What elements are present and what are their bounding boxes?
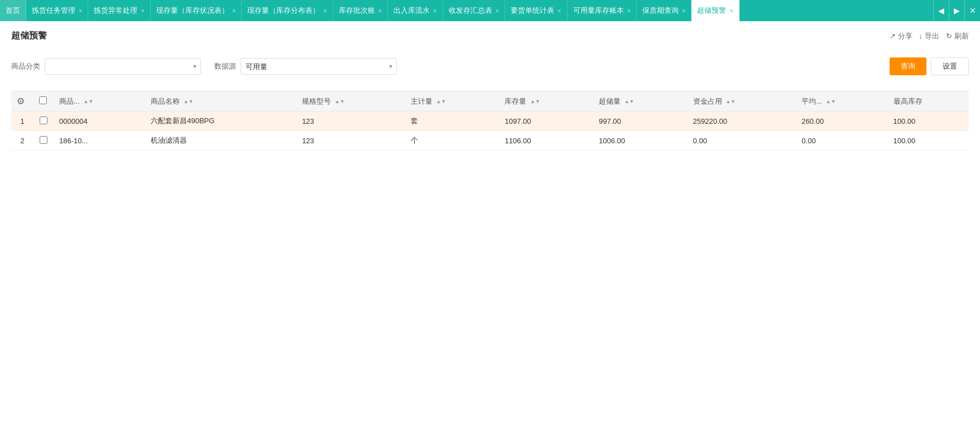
share-label: 分享 [898,31,912,41]
row-1-spec: 123 [296,112,405,131]
nav-next-button[interactable]: ▶ [949,0,964,21]
nav-close-batch[interactable]: × [378,7,382,14]
th-unit[interactable]: 主计量 ▲▼ [405,91,499,112]
th-product-code[interactable]: 商品... ▲▼ [54,91,145,112]
th-product-name[interactable]: 商品名称 ▲▼ [145,91,296,112]
nav-label-home: 首页 [6,6,20,16]
row-1-maxstock: 100.00 [888,112,969,131]
row-num-2: 2 [11,131,33,151]
row-2-maxstock: 100.00 [888,131,969,151]
select-all-checkbox[interactable] [39,96,47,104]
nav-item-expiry[interactable]: 保质期查询 × [637,0,691,21]
datasource-select-wrapper: 可用量 [241,58,397,75]
sort-icon-avg: ▲▼ [826,99,836,104]
table-settings-icon[interactable]: ⚙ [17,96,25,106]
nav-close-overstock[interactable]: × [729,7,733,14]
nav-item-task[interactable]: 拣货任务管理 × [26,0,88,21]
table-header: ⚙ 商品... ▲▼ 商品名称 ▲▼ 规格型号 ▲▼ 主计 [11,91,969,112]
table-row: 2 186-10... 机油滤清器 123 个 1106.00 1006.00 … [11,131,969,151]
nav-item-inout[interactable]: 出入库流水 × [388,0,443,21]
nav-item-requisition[interactable]: 要货单统计表 × [505,0,567,21]
datasource-select[interactable]: 可用量 [241,58,397,75]
export-label: 导出 [925,31,939,41]
sort-icon-name: ▲▼ [184,99,194,104]
th-avg[interactable]: 平均... ▲▼ [796,91,887,112]
nav-label-summary: 收发存汇总表 [449,6,492,16]
th-max-stock: 最高库存 [888,91,969,112]
nav-item-exception[interactable]: 拣货异常处理 × [88,0,150,21]
nav-item-available[interactable]: 可用量库存账本 × [568,0,637,21]
row-2-unit: 个 [405,131,499,151]
nav-item-stock-dist[interactable]: 现存量（库存分布表） × [242,0,333,21]
sort-icon-code: ▲▼ [83,99,93,104]
data-table: ⚙ 商品... ▲▼ 商品名称 ▲▼ 规格型号 ▲▼ 主计 [11,91,969,151]
nav-close-requisition[interactable]: × [558,7,561,14]
row-1-avg: 260.00 [796,112,887,131]
row-checkbox-1[interactable] [33,112,54,131]
table-body: 1 0000004 六配套新昌490BPG 123 套 1097.00 997.… [11,112,969,151]
nav-close-summary[interactable]: × [496,7,499,14]
row-1-name: 六配套新昌490BPG [145,112,296,131]
nav-label-overstock: 超储预警 [697,6,726,16]
sort-icon-capital: ▲▼ [726,99,736,104]
nav-label-requisition: 要货单统计表 [511,6,554,16]
nav-label-exception: 拣货异常处理 [94,6,137,16]
table-header-row: ⚙ 商品... ▲▼ 商品名称 ▲▼ 规格型号 ▲▼ 主计 [11,91,969,112]
nav-item-stock-status[interactable]: 现存量（库存状况表） × [151,0,242,21]
share-icon: ↗ [890,32,896,40]
nav-item-home[interactable]: 首页 [0,0,26,21]
sort-icon-overstock: ▲▼ [624,99,635,104]
row-2-code: 186-10... [54,131,145,151]
refresh-action[interactable]: ↻ 刷新 [946,31,969,41]
row-2-avg: 0.00 [796,131,887,151]
settings-button[interactable]: 设置 [931,57,969,75]
th-overstock[interactable]: 超储量 ▲▼ [593,91,688,112]
nav-close-stock-status[interactable]: × [232,7,236,14]
filter-actions: 查询 设置 [890,57,969,75]
nav-close-task[interactable]: × [79,7,82,14]
row-2-capital: 0.00 [688,131,796,151]
nav-close-available[interactable]: × [627,7,631,14]
nav-item-overstock[interactable]: 超储预警 × [691,0,739,21]
datasource-label: 数据源 [214,61,236,71]
row-1-unit: 套 [405,112,499,131]
row-1-code: 0000004 [54,112,145,131]
nav-close-all-button[interactable]: ✕ [964,0,980,21]
share-action[interactable]: ↗ 分享 [890,31,912,41]
nav-prev-button[interactable]: ◀ [933,0,949,21]
nav-item-summary[interactable]: 收发存汇总表 × [443,0,505,21]
row-1-overstock: 997.00 [593,112,688,131]
category-label: 商品分类 [11,61,40,71]
nav-label-inout: 出入库流水 [393,6,430,16]
row-1-checkbox[interactable] [40,117,47,124]
export-icon: ↓ [919,32,923,40]
th-capital[interactable]: 资金占用 ▲▼ [688,91,796,112]
page-header: 超储预警 ↗ 分享 ↓ 导出 ↻ 刷新 [11,30,969,42]
th-spec[interactable]: 规格型号 ▲▼ [296,91,405,112]
nav-item-batch[interactable]: 库存批次账 × [333,0,388,21]
header-actions: ↗ 分享 ↓ 导出 ↻ 刷新 [890,31,969,41]
row-2-checkbox[interactable] [40,136,47,144]
row-checkbox-2[interactable] [33,131,54,151]
table-row: 1 0000004 六配套新昌490BPG 123 套 1097.00 997.… [11,112,969,131]
nav-close-inout[interactable]: × [433,7,436,14]
filter-bar: 商品分类 数据源 可用量 查询 设置 [11,51,969,82]
export-action[interactable]: ↓ 导出 [919,31,940,41]
category-select-wrapper [45,58,201,75]
row-1-stock: 1097.00 [499,112,593,131]
nav-close-expiry[interactable]: × [682,7,685,14]
th-settings: ⚙ [11,91,33,112]
nav-label-task: 拣货任务管理 [32,6,75,16]
nav-close-exception[interactable]: × [141,7,144,14]
page-title: 超储预警 [11,30,47,42]
th-stock[interactable]: 库存量 ▲▼ [499,91,593,112]
row-2-name: 机油滤清器 [145,131,296,151]
refresh-label: 刷新 [954,31,969,41]
nav-close-stock-dist[interactable]: × [323,7,326,14]
category-select[interactable] [45,58,201,75]
th-checkbox [33,91,54,112]
nav-label-available: 可用量库存账本 [573,6,624,16]
sort-icon-unit: ▲▼ [436,99,446,104]
row-2-stock: 1106.00 [499,131,593,151]
query-button[interactable]: 查询 [890,57,926,75]
